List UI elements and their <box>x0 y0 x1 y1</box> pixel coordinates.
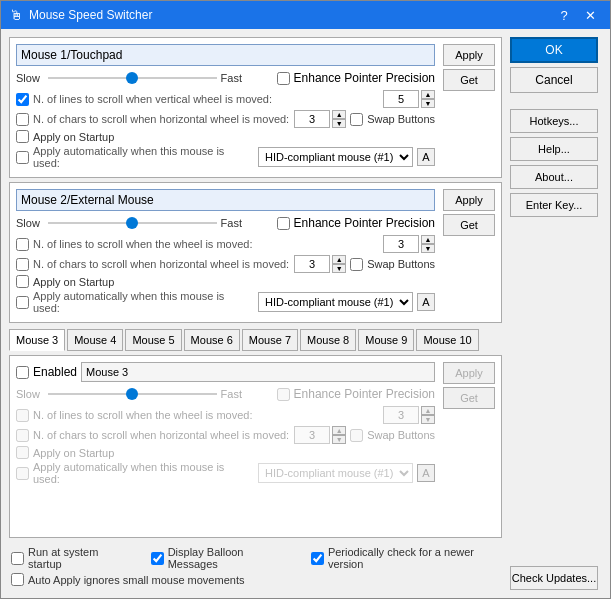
mouse1-auto-row: Apply automatically when this mouse is u… <box>16 145 435 169</box>
tab-mouse8[interactable]: Mouse 8 <box>300 329 356 351</box>
check-newer-checkbox[interactable] <box>311 552 324 565</box>
mouse1-chars-up[interactable]: ▲ <box>332 110 346 119</box>
mouse1-lines-spin: ▲ ▼ <box>421 90 435 108</box>
mouse2-swap-label: Swap Buttons <box>367 258 435 270</box>
tab-mouse6[interactable]: Mouse 6 <box>184 329 240 351</box>
mouse2-name-input[interactable] <box>16 189 435 211</box>
run-startup-checkbox[interactable] <box>11 552 24 565</box>
check-updates-button[interactable]: Check Updates... <box>510 566 598 590</box>
auto-apply-row: Auto Apply ignores small mouse movements <box>11 573 500 586</box>
mouse1-lines-down[interactable]: ▼ <box>421 99 435 108</box>
mouse1-a-button[interactable]: A <box>417 148 435 166</box>
mouse1-fast-label: Fast <box>221 72 249 84</box>
mouse1-name-input[interactable] <box>16 44 435 66</box>
about-button[interactable]: About... <box>510 165 598 189</box>
auto-apply-checkbox[interactable] <box>11 573 24 586</box>
mouse2-lines-spin: ▲ ▼ <box>421 235 435 253</box>
mouse2-get-button[interactable]: Get <box>443 214 495 236</box>
mouse2-lines-label: N. of lines to scroll when the wheel is … <box>33 238 379 250</box>
mouse1-enhance-label: Enhance Pointer Precision <box>294 71 435 85</box>
mouse1-slider-row: Slow Fast Enhance Pointer Precision <box>16 70 435 86</box>
mouse2-speed-slider[interactable] <box>48 215 217 231</box>
tab-mouse4[interactable]: Mouse 4 <box>67 329 123 351</box>
mouse2-auto-checkbox[interactable] <box>16 296 29 309</box>
close-button[interactable]: ✕ <box>578 5 602 25</box>
mouse2-chars-row: N. of chars to scroll when horizontal wh… <box>16 255 435 273</box>
mouse2-lines-checkbox[interactable] <box>16 238 29 251</box>
mouse2-apply-get: Apply Get <box>443 189 495 236</box>
display-balloon-label: Display Balloon Messages <box>168 546 288 570</box>
mouse3-enabled-checkbox[interactable] <box>16 366 29 379</box>
title-controls: ? ✕ <box>552 5 602 25</box>
mouse3-enhance-label: Enhance Pointer Precision <box>294 387 435 401</box>
mouse2-lines-up[interactable]: ▲ <box>421 235 435 244</box>
mouse1-enhance-checkbox[interactable] <box>277 72 290 85</box>
auto-apply-label: Auto Apply ignores small mouse movements <box>28 574 244 586</box>
run-startup-label: Run at system startup <box>28 546 128 570</box>
mouse1-apply-get: Apply Get <box>443 44 495 91</box>
mouse1-speed-slider[interactable] <box>48 70 217 86</box>
mouse2-apply-button[interactable]: Apply <box>443 189 495 211</box>
mouse2-chars-up[interactable]: ▲ <box>332 255 346 264</box>
mouse2-chars-down[interactable]: ▼ <box>332 264 346 273</box>
mouse3-apply-button: Apply <box>443 362 495 384</box>
help-button[interactable]: ? <box>552 5 576 25</box>
mouse2-lines-input[interactable] <box>383 235 419 253</box>
mouse2-lines-row: N. of lines to scroll when the wheel is … <box>16 235 435 253</box>
mouse1-lines-up[interactable]: ▲ <box>421 90 435 99</box>
mouse3-device-select: HID-compliant mouse (#1) <box>258 463 413 483</box>
mouse1-startup-checkbox[interactable] <box>16 130 29 143</box>
tab-mouse10[interactable]: Mouse 10 <box>416 329 478 351</box>
display-balloon-checkbox[interactable] <box>151 552 164 565</box>
mouse3-auto-row: Apply automatically when this mouse is u… <box>16 461 435 485</box>
mouse3-slider-row: Slow Fast Enhance Pointer Precision <box>16 386 435 402</box>
mouse1-chars-input[interactable] <box>294 110 330 128</box>
mouse1-chars-label: N. of chars to scroll when horizontal wh… <box>33 113 290 125</box>
tab-mouse9[interactable]: Mouse 9 <box>358 329 414 351</box>
check-newer-label: Periodically check for a newer version <box>328 546 500 570</box>
mouse2-swap-checkbox[interactable] <box>350 258 363 271</box>
ok-button[interactable]: OK <box>510 37 598 63</box>
title-bar-left: 🖱 Mouse Speed Switcher <box>9 7 152 23</box>
mouse2-chars-checkbox[interactable] <box>16 258 29 271</box>
mouse2-chars-label: N. of chars to scroll when horizontal wh… <box>33 258 290 270</box>
mouse1-device-select[interactable]: HID-compliant mouse (#1) <box>258 147 413 167</box>
mouse1-lines-input[interactable] <box>383 90 419 108</box>
cancel-button[interactable]: Cancel <box>510 67 598 93</box>
mouse2-lines-down[interactable]: ▼ <box>421 244 435 253</box>
mouse3-enabled-label: Enabled <box>33 365 77 379</box>
mouse2-startup-checkbox[interactable] <box>16 275 29 288</box>
mouse3-swap-checkbox <box>350 429 363 442</box>
mouse1-chars-down[interactable]: ▼ <box>332 119 346 128</box>
mouse1-auto-label: Apply automatically when this mouse is u… <box>33 145 254 169</box>
mouse1-swap-checkbox[interactable] <box>350 113 363 126</box>
mouse2-a-button[interactable]: A <box>417 293 435 311</box>
mouse2-chars-input[interactable] <box>294 255 330 273</box>
mouse-tabs: Mouse 3 Mouse 4 Mouse 5 Mouse 6 Mouse 7 … <box>9 329 502 351</box>
enter-key-button[interactable]: Enter Key... <box>510 193 598 217</box>
tab-mouse5[interactable]: Mouse 5 <box>125 329 181 351</box>
tab-mouse7[interactable]: Mouse 7 <box>242 329 298 351</box>
mouse1-chars-checkbox[interactable] <box>16 113 29 126</box>
mouse2-startup-row: Apply on Startup <box>16 275 435 288</box>
mouse1-auto-checkbox[interactable] <box>16 151 29 164</box>
mouse1-chars-row: N. of chars to scroll when horizontal wh… <box>16 110 435 128</box>
mouse1-get-button[interactable]: Get <box>443 69 495 91</box>
hotkeys-button[interactable]: Hotkeys... <box>510 109 598 133</box>
mouse1-lines-checkbox[interactable] <box>16 93 29 106</box>
mouse1-section: Slow Fast Enhance Pointer Precision N. o… <box>9 37 502 178</box>
mouse3-lines-checkbox <box>16 409 29 422</box>
mouse2-device-select[interactable]: HID-compliant mouse (#1) <box>258 292 413 312</box>
mouse2-enhance-checkbox[interactable] <box>277 217 290 230</box>
mouse3-name-input[interactable] <box>81 362 435 382</box>
mouse3-lines-row: N. of lines to scroll when the wheel is … <box>16 406 435 424</box>
help-side-button[interactable]: Help... <box>510 137 598 161</box>
tab-mouse3[interactable]: Mouse 3 <box>9 329 65 351</box>
mouse3-auto-checkbox <box>16 467 29 480</box>
mouse3-chars-row: N. of chars to scroll when horizontal wh… <box>16 426 435 444</box>
mouse3-startup-row: Apply on Startup <box>16 446 435 459</box>
mouse3-speed-slider <box>48 386 217 402</box>
mouse1-apply-button[interactable]: Apply <box>443 44 495 66</box>
mouse3-chars-input <box>294 426 330 444</box>
mouse3-swap-label: Swap Buttons <box>367 429 435 441</box>
